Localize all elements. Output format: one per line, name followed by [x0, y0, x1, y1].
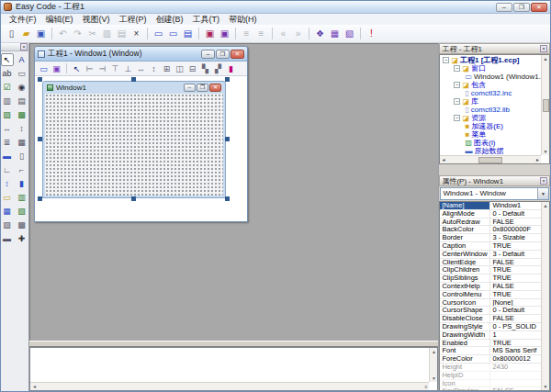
scroll-left-icon[interactable]: ◄ — [32, 384, 37, 389]
view-code-icon[interactable]: ▣ — [51, 62, 62, 74]
tree-collapse-icon[interactable]: − — [443, 57, 449, 63]
output-vertical-scrollbar[interactable]: ▲ ▼ — [429, 348, 437, 382]
new-dialog-icon[interactable]: ▭ — [166, 27, 180, 40]
scroll-left-icon[interactable]: ◄ — [441, 157, 445, 162]
same-height-icon[interactable]: ↕ — [148, 62, 160, 74]
tab-tool-icon[interactable]: ▥ — [16, 191, 28, 204]
menu-item[interactable]: 帮助(H) — [224, 14, 262, 25]
property-value[interactable]: 0 - PS_SOLID — [490, 323, 541, 330]
bring-to-front-icon[interactable]: ▚ — [199, 62, 211, 74]
build-icon[interactable]: ▦ — [328, 27, 342, 40]
test-window-icon[interactable]: ▭ — [38, 62, 50, 74]
send-to-back-icon[interactable]: ▞ — [212, 62, 224, 74]
outdent-icon[interactable]: « — [276, 27, 290, 40]
tree-item[interactable]: − ◪ 窗口 — [440, 64, 541, 73]
property-value[interactable]: 1 — [490, 331, 541, 339]
paste-icon[interactable]: ▤ — [115, 27, 129, 40]
build-all-icon[interactable]: ▧ — [343, 27, 356, 40]
lock-controls-icon[interactable]: ▮ — [225, 62, 237, 74]
resize-handle[interactable] — [38, 196, 42, 201]
imagelist-tool-icon[interactable]: ▨ — [1, 108, 14, 121]
updown-tool-icon[interactable]: ↕ — [16, 122, 28, 135]
child-maximize-button[interactable]: ❐ — [216, 50, 230, 59]
textbox-tool-icon[interactable]: ab — [1, 67, 14, 80]
scroll-up-icon[interactable]: ▲ — [432, 349, 436, 354]
ClientEdge[interactable]: ClientEdge FALSE — [440, 259, 541, 267]
scroll-down-icon[interactable]: ▼ — [544, 149, 548, 154]
property-value[interactable]: 3 - Sizable — [490, 234, 541, 241]
tree-item[interactable]: ■ 加速器(E) — [440, 122, 541, 130]
child-close-button[interactable]: ✕ — [231, 50, 244, 59]
ForeColor[interactable]: ForeColor 0x80000012 — [440, 355, 541, 364]
align-bottoms-icon[interactable]: ⊥ — [122, 62, 134, 74]
label-tool-icon[interactable]: A — [16, 53, 28, 66]
resize-handle[interactable] — [38, 137, 42, 141]
property-value[interactable]: TRUE — [490, 266, 541, 274]
maximize-button[interactable]: ❐ — [513, 3, 530, 12]
properties-panel-close-icon[interactable]: × — [540, 177, 547, 185]
tree-item[interactable]: − ◪ 库 — [440, 97, 541, 106]
DrawingWidth[interactable]: DrawingWidth 1 — [440, 331, 541, 340]
resize-handle[interactable] — [225, 196, 230, 201]
property-value[interactable]: TRUE — [490, 274, 541, 282]
grid-vertical-scrollbar[interactable]: ▲ ▼ — [541, 202, 549, 390]
align-tops-icon[interactable]: ⊤ — [109, 62, 121, 74]
resize-handle[interactable] — [38, 77, 42, 82]
HelpID[interactable]: HelpID — [440, 372, 541, 380]
menu-item[interactable]: 编辑(E) — [41, 14, 78, 25]
designer-titlebar[interactable]: 工程1 - Window1 (Window) –❐✕ — [35, 47, 247, 62]
property-value[interactable]: FALSE — [490, 218, 541, 226]
resize-handle[interactable] — [225, 77, 230, 82]
compile-icon[interactable]: ❖ — [313, 27, 327, 40]
property-value[interactable]: 0 - Default — [490, 307, 541, 314]
datetime-tool-icon[interactable]: ▨ — [1, 218, 14, 231]
new-code-file-icon[interactable]: ▤ — [181, 27, 195, 40]
calendar-tool-icon[interactable]: ▧ — [16, 205, 28, 218]
tooltip-tool-icon[interactable]: ▭ — [1, 191, 14, 204]
property-value[interactable]: FALSE — [490, 387, 541, 390]
menu-item[interactable]: 工具(T) — [188, 14, 225, 25]
horizontal-splitter[interactable] — [29, 341, 438, 347]
ControlMenu[interactable]: ControlMenu TRUE — [440, 291, 541, 299]
child-minimize-button[interactable]: – — [201, 50, 215, 59]
output-panel[interactable]: ▲ ▼ ◄ ≡ — [29, 347, 438, 391]
grid-tool-icon[interactable]: ▦ — [1, 205, 14, 218]
same-size-icon[interactable]: ⊞ — [161, 62, 173, 74]
Font[interactable]: Font MS Sans Serif — [440, 347, 541, 355]
CenterWindow[interactable]: CenterWindow 3 - Default — [440, 251, 541, 259]
add-resource-icon[interactable]: ▣ — [203, 27, 217, 40]
ContextHelp[interactable]: ContextHelp FALSE — [440, 283, 541, 291]
scroll-right-icon[interactable]: ► — [535, 157, 540, 162]
ClipSiblings[interactable]: ClipSiblings TRUE — [440, 274, 541, 283]
scrollbar-thumb[interactable] — [478, 157, 502, 163]
align-rights-icon[interactable]: ⊣ — [96, 62, 108, 74]
tree-collapse-icon[interactable]: − — [454, 98, 460, 105]
CursorIcon[interactable]: CursorIcon [None] — [440, 299, 541, 308]
tree-horizontal-scrollbar[interactable]: ◄ ► — [440, 155, 541, 163]
property-value[interactable]: 0x80000012 — [490, 355, 541, 363]
property-value[interactable]: Window1 — [490, 202, 541, 209]
Enabled[interactable]: Enabled TRUE — [440, 340, 541, 348]
radio-tool-icon[interactable]: ◉ — [16, 81, 28, 94]
minimize-button[interactable]: – — [496, 3, 512, 12]
center-vertical-icon[interactable]: ⊟ — [186, 62, 198, 74]
treeview-tool-icon[interactable]: ≣ — [1, 136, 14, 149]
scroll-up-icon[interactable]: ▲ — [544, 56, 548, 62]
move-tool-icon[interactable]: ✚ — [16, 232, 28, 245]
undo-icon[interactable]: ↶ — [56, 27, 70, 40]
property-value[interactable]: 0x8000000F — [490, 226, 541, 233]
designer-canvas[interactable]: Window1 –❐✕ — [35, 76, 247, 221]
DrawingStyle[interactable]: DrawingStyle 0 - PS_SOLID — [440, 323, 541, 331]
[Name][interactable]: [Name] Window1 — [440, 202, 541, 210]
scroll-up-icon[interactable]: ▲ — [544, 203, 548, 208]
form-window1[interactable]: Window1 –❐✕ — [42, 81, 226, 198]
close-button[interactable]: ✕ — [531, 3, 547, 12]
tree-item[interactable]: ▯ comctl32.inc — [440, 89, 541, 97]
DisableClose[interactable]: DisableClose FALSE — [440, 315, 541, 323]
Caption[interactable]: Caption TRUE — [440, 242, 541, 251]
chevron-down-icon[interactable]: ▼ — [537, 188, 548, 199]
property-value[interactable]: FALSE — [490, 283, 541, 290]
resize-handle[interactable] — [131, 77, 136, 82]
same-width-icon[interactable]: ↔ — [135, 62, 147, 74]
property-value[interactable]: TRUE — [490, 242, 541, 250]
